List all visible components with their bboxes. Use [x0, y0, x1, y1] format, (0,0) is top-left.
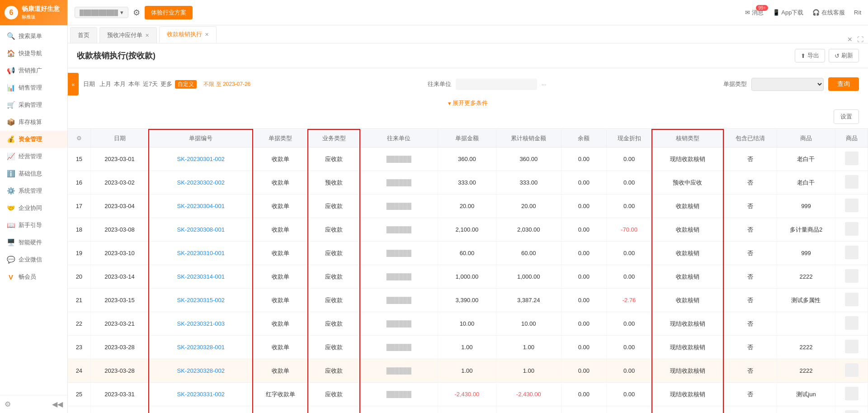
cell-balance: 0.00 — [561, 171, 606, 195]
filter-date-7days[interactable]: 近7天 — [143, 80, 158, 89]
sidebar-item-marketing[interactable]: 📢 营销推广 — [0, 62, 67, 79]
online-service-button[interactable]: 🎧 在线客服 — [812, 9, 845, 17]
cell-product-img — [835, 359, 868, 383]
tab-advance-pay[interactable]: 预收冲应付单 ✕ — [99, 27, 157, 43]
cell-settled: 否 — [723, 171, 777, 195]
column-settings-icon[interactable]: ⚙ — [76, 135, 82, 142]
sidebar-item-hardware[interactable]: 🖥️ 智能硬件 — [0, 234, 67, 251]
cell-cumul: 1,000.00 — [496, 265, 561, 289]
table-row: 23 2023-03-28 SK-20230328-001 收款单 应收款 ██… — [68, 336, 868, 359]
settings-gear-icon[interactable]: ⚙ — [133, 8, 140, 18]
bill-no-link[interactable]: SK-20230315-002 — [177, 297, 225, 304]
logo-text: 畅康道好生意 标推版 — [22, 5, 60, 20]
sidebar-item-quicknav[interactable]: 🏠 快捷导航 — [0, 45, 67, 62]
bill-no-link[interactable]: SK-20230314-001 — [177, 273, 225, 280]
refresh-button[interactable]: ↺ 刷新 — [829, 49, 859, 62]
filter-date-last-month[interactable]: 上月 — [99, 80, 111, 89]
finance-icon: 💰 — [7, 135, 15, 143]
table-area: ⚙ 日期 单据编号 单据类型 业务类型 往来单位 单据金额 累计核销金额 余额 … — [68, 129, 868, 413]
app-download-button[interactable]: 📱 App下载 — [773, 9, 803, 17]
table-row: 15 2023-03-01 SK-20230301-002 收款单 应收款 ██… — [68, 147, 868, 171]
sidebar-item-system[interactable]: ⚙️ 系统管理 — [0, 182, 67, 199]
bill-no-link[interactable]: SK-20230302-002 — [177, 179, 225, 186]
filter-bar: « 日期 上月 本月 本年 近7天 更多 自定义 不限 至 2023-07-26 — [68, 68, 868, 129]
sidebar-item-member[interactable]: V 畅会员 — [0, 268, 67, 285]
cell-discount: 0.00 — [607, 171, 652, 195]
cell-bill-type: 收款单 — [253, 359, 308, 383]
export-button[interactable]: ⬆ 导出 — [795, 49, 825, 62]
sidebar-item-search[interactable]: 🔍 搜索菜单 — [0, 28, 67, 45]
cell-no: 24 — [68, 359, 90, 383]
th-gear[interactable]: ⚙ — [68, 129, 90, 147]
cell-balance: 0.00 — [561, 195, 606, 218]
expand-button[interactable]: ▾ 展开更多条件 — [448, 99, 488, 107]
th-bill-type: 单据类型 — [253, 129, 308, 147]
cell-settled: 否 — [723, 218, 777, 242]
bill-type-select[interactable] — [751, 78, 824, 91]
filter-date-this-year[interactable]: 本年 — [128, 80, 140, 89]
bill-no-link[interactable]: SK-20230304-001 — [177, 203, 225, 209]
cell-cancel-type: 预收中应收 — [652, 171, 723, 195]
bill-no-link[interactable]: SK-20230321-003 — [177, 320, 225, 327]
tab-advance-pay-close[interactable]: ✕ — [145, 33, 149, 38]
filter-date-custom[interactable]: 自定义 — [175, 80, 197, 89]
tab-cancel[interactable]: 收款核销执行 ✕ — [159, 26, 217, 43]
sidebar-item-purchase[interactable]: 🛒 采购管理 — [0, 96, 67, 114]
tab-close-all-icon[interactable]: ✕ — [847, 36, 853, 43]
sidebar-item-wechat[interactable]: 💬 企业微信 — [0, 251, 67, 268]
settings-icon[interactable]: ⚙ — [5, 400, 11, 408]
message-button[interactable]: ✉ 消息 99+ — [745, 9, 764, 17]
cell-balance: 0.00 — [561, 312, 606, 336]
message-badge: 99+ — [756, 5, 768, 11]
top-bar-right: ✉ 消息 99+ 📱 App下载 🎧 在线客服 Rit — [745, 9, 861, 17]
filter-date-more[interactable]: 更多 — [160, 80, 172, 89]
table-scroll[interactable]: ⚙ 日期 单据编号 单据类型 业务类型 往来单位 单据金额 累计核销金额 余额 … — [68, 129, 868, 413]
collapse-icon[interactable]: ◀◀ — [52, 400, 63, 408]
bill-no-link[interactable]: SK-20230331-002 — [177, 391, 225, 398]
filter-collapse-button[interactable]: « — [68, 73, 79, 95]
solution-button[interactable]: 体验行业方案 — [145, 6, 193, 19]
user-info[interactable]: Rit — [854, 9, 861, 16]
cell-cancel-type: 现结收款核销 — [652, 336, 723, 359]
sidebar-logo: 6 畅康道好生意 标推版 — [0, 0, 67, 25]
bill-no-link[interactable]: SK-20230328-001 — [177, 344, 225, 351]
cell-bill-type: 收款单 — [253, 147, 308, 171]
cell-biz-type: 预收款 — [308, 406, 360, 413]
setting-button[interactable]: 设置 — [834, 109, 859, 124]
partner-input[interactable] — [456, 79, 537, 90]
cell-date: 2023-03-28 — [90, 336, 149, 359]
sidebar-item-label: 采购管理 — [19, 101, 42, 109]
query-button[interactable]: 查询 — [828, 77, 859, 91]
cell-no: 21 — [68, 289, 90, 312]
bill-no-link[interactable]: SK-20230328-002 — [177, 367, 225, 374]
tab-cancel-close[interactable]: ✕ — [205, 32, 209, 38]
sidebar-item-basic[interactable]: ℹ️ 基础信息 — [0, 165, 67, 182]
company-selector[interactable]: ██████████ ▾ — [75, 7, 128, 18]
system-icon: ⚙️ — [7, 187, 15, 195]
cell-biz-type: 应收款 — [308, 383, 360, 406]
tab-home[interactable]: 首页 — [70, 27, 97, 43]
cell-bill-type: 收款单 — [253, 195, 308, 218]
page-area: 收款核销执行(按收款) ⬆ 导出 ↺ 刷新 « 日期 — [68, 43, 868, 413]
cell-cumul: 60.00 — [496, 242, 561, 265]
basic-icon: ℹ️ — [7, 170, 15, 178]
tab-actions: ✕ ⛶ — [843, 36, 868, 43]
cell-partner: ██████ — [360, 336, 438, 359]
tab-expand-icon[interactable]: ⛶ — [857, 36, 863, 43]
bill-no-link[interactable]: SK-20230310-001 — [177, 250, 225, 256]
bill-no-link[interactable]: SK-20230301-002 — [177, 156, 225, 162]
app-download-label: App下载 — [781, 9, 803, 16]
sidebar-item-sales[interactable]: 📊 销售管理 — [0, 79, 67, 96]
sidebar-item-enterprise[interactable]: 🤝 企业协同 — [0, 199, 67, 217]
cell-no: 18 — [68, 218, 90, 242]
th-cumul-cancel: 累计核销金额 — [496, 129, 561, 147]
filter-date-this-month[interactable]: 本月 — [114, 80, 126, 89]
cell-bill-no: SK-20230301-002 — [149, 147, 253, 171]
sidebar-item-guide[interactable]: 📖 新手引导 — [0, 217, 67, 234]
bill-no-link[interactable]: SK-20230308-001 — [177, 226, 225, 233]
sidebar-item-operation[interactable]: 📈 经营管理 — [0, 148, 67, 165]
cell-cumul: 333.00 — [496, 171, 561, 195]
sidebar-item-inventory[interactable]: 📦 库存核算 — [0, 114, 67, 131]
sidebar-item-finance[interactable]: 💰 资金管理 — [0, 131, 67, 148]
phone-icon: 📱 — [773, 9, 780, 16]
